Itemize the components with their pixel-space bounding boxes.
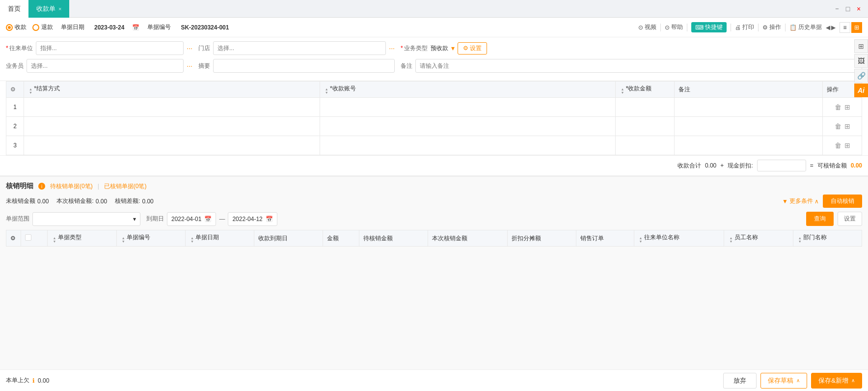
query-button[interactable]: 查询: [806, 212, 834, 226]
more-conditions-btn[interactable]: ▼ 更多条件 ∧: [782, 197, 819, 205]
radio-receipt[interactable]: 收款: [6, 23, 27, 31]
settlement-cell-2[interactable]: [24, 117, 320, 136]
delete-icon-3[interactable]: 🗑: [835, 141, 841, 149]
note-input[interactable]: [415, 59, 862, 73]
doc-date-header: ▲▼ 单据日期: [186, 230, 254, 247]
business-type-label: *业务类型: [401, 44, 428, 53]
sidebar-ai-icon[interactable]: Ai: [854, 84, 868, 97]
salesman-more-btn[interactable]: ···: [187, 62, 192, 70]
note-field: 备注: [401, 59, 862, 73]
tab-active[interactable]: 收款单 ×: [28, 0, 69, 18]
due-date-label: 到期日: [146, 215, 164, 223]
bottom-info-icon[interactable]: ℹ: [32, 377, 35, 384]
nav-prev[interactable]: ◀: [826, 24, 830, 31]
radio-receipt-label: 收款: [15, 23, 27, 31]
completed-tab[interactable]: 已核销单据(0笔): [104, 182, 147, 191]
delete-icon-2[interactable]: 🗑: [835, 122, 841, 130]
writeoff-stats: 未核销金额 0.00 本次核销金额: 0.00 核销差额: 0.00 ▼ 更多条…: [6, 195, 862, 208]
help-button[interactable]: ⊙帮助: [665, 23, 683, 31]
copy-icon-3[interactable]: ⊞: [844, 141, 850, 149]
pending-tab[interactable]: 待核销单据(0笔): [50, 182, 93, 191]
select-all-checkbox[interactable]: [25, 234, 31, 241]
gear-header: ⚙: [6, 82, 24, 98]
writeoff-info-icon[interactable]: i: [38, 183, 45, 190]
this-cancel-value: 0.00: [96, 198, 107, 205]
table-settings-button[interactable]: 设置: [838, 212, 862, 226]
checkbox-col: [21, 230, 48, 247]
business-type-value: 预收款: [431, 44, 448, 53]
save-new-button[interactable]: 保存&新增 ∧: [811, 373, 862, 389]
abandon-button[interactable]: 放弃: [723, 373, 757, 389]
account-cell-1[interactable]: [320, 98, 616, 117]
counterpart-input[interactable]: [36, 41, 184, 55]
account-cell-3[interactable]: [320, 136, 616, 155]
amount-cell-1[interactable]: [616, 98, 675, 117]
radio-refund[interactable]: 退款: [32, 23, 53, 31]
history-button[interactable]: 📋历史单据: [789, 23, 822, 31]
summary-input[interactable]: [213, 59, 395, 73]
close-window-button[interactable]: ×: [855, 5, 862, 12]
due-date-end[interactable]: 2022-04-12 📅: [228, 212, 277, 226]
uncancelled-value: 0.00: [37, 198, 49, 205]
delete-icon-1[interactable]: 🗑: [835, 103, 841, 111]
settlement-cell-3[interactable]: [24, 136, 320, 155]
counterpart-field: *往来单位 ···: [6, 41, 192, 55]
store-more-btn[interactable]: ···: [389, 44, 395, 52]
doc-range-select[interactable]: ▾: [32, 212, 140, 226]
save-new-dropdown-icon[interactable]: ∧: [851, 378, 855, 383]
copy-icon-1[interactable]: ⊞: [844, 103, 850, 111]
nav-next[interactable]: ▶: [831, 24, 836, 31]
uncancelled-stat: 未核销金额 0.00: [6, 197, 49, 205]
amount-cell-2[interactable]: [616, 117, 675, 136]
amount-cell-3[interactable]: [616, 136, 675, 155]
store-input[interactable]: [213, 41, 386, 55]
salesman-field: 业务员 ···: [6, 59, 192, 73]
table-gear-icon-2[interactable]: ⚙: [10, 235, 16, 242]
save-draft-button[interactable]: 保存草稿 ∧: [760, 373, 807, 389]
calendar-icon-start: 📅: [204, 216, 212, 223]
counterpart-name-header: ▲▼ 往来单位名称: [634, 230, 724, 247]
sidebar-image-icon[interactable]: 🖼: [854, 54, 868, 68]
summary-label: 摘要: [198, 62, 210, 70]
copy-icon-2[interactable]: ⊞: [844, 122, 850, 130]
list-view-btn[interactable]: ≡: [840, 22, 850, 33]
account-header: ▲▼ *收款账号: [320, 82, 616, 98]
window-controls: － □ ×: [834, 5, 868, 12]
date-dash: —: [219, 216, 225, 223]
video-button[interactable]: ⊙视频: [638, 23, 656, 31]
tab-home[interactable]: 首页: [0, 0, 28, 18]
sidebar-link-icon[interactable]: 🔗: [854, 69, 868, 83]
due-date-start[interactable]: 2022-04-01 📅: [167, 212, 216, 226]
grid-view-btn[interactable]: ⊞: [851, 22, 862, 33]
account-cell-2[interactable]: [320, 117, 616, 136]
table-gear-icon[interactable]: ⚙: [10, 86, 16, 93]
discount-input[interactable]: [757, 160, 806, 171]
remark-cell-1[interactable]: [675, 98, 823, 117]
row-num-3: 3: [6, 136, 24, 155]
shortcut-button[interactable]: ⌨快捷键: [691, 22, 727, 32]
settings-button[interactable]: ⚙ 设置: [458, 42, 487, 55]
tab-close-icon[interactable]: ×: [58, 6, 61, 12]
form-section: *往来单位 ··· 门店 ··· *业务类型 预收款 ▾ ⚙ 设置 业务: [0, 37, 868, 81]
remark-cell-3[interactable]: [675, 136, 823, 155]
settlement-cell-1[interactable]: [24, 98, 320, 117]
counterpart-more-btn[interactable]: ···: [187, 44, 192, 52]
minimize-button[interactable]: －: [834, 5, 841, 12]
print-button[interactable]: 🖨打印: [735, 23, 754, 31]
radio-receipt-dot: [6, 24, 13, 31]
bottom-info: 本单上欠 ℹ 0.00: [6, 376, 49, 385]
sidebar-table-icon[interactable]: ⊞: [854, 39, 868, 53]
view-buttons: ≡ ⊞: [840, 22, 862, 33]
note-label: 备注: [401, 62, 412, 70]
top-toolbar: 收款 退款 单据日期 2023-03-24 📅 单据编号 SK-20230324…: [0, 18, 868, 37]
auto-cancel-button[interactable]: 自动核销: [823, 195, 862, 208]
calendar-icon[interactable]: 📅: [132, 24, 139, 31]
remark-cell-2[interactable]: [675, 117, 823, 136]
maximize-button[interactable]: □: [844, 5, 851, 12]
operation-button[interactable]: ⚙操作: [762, 23, 781, 31]
save-draft-dropdown-icon[interactable]: ∧: [796, 378, 800, 383]
salesman-input[interactable]: [27, 59, 184, 73]
business-type-dropdown[interactable]: ▾: [451, 44, 455, 52]
gear-icon: ⚙: [463, 45, 468, 52]
diff-label: 核销差额:: [115, 197, 140, 205]
